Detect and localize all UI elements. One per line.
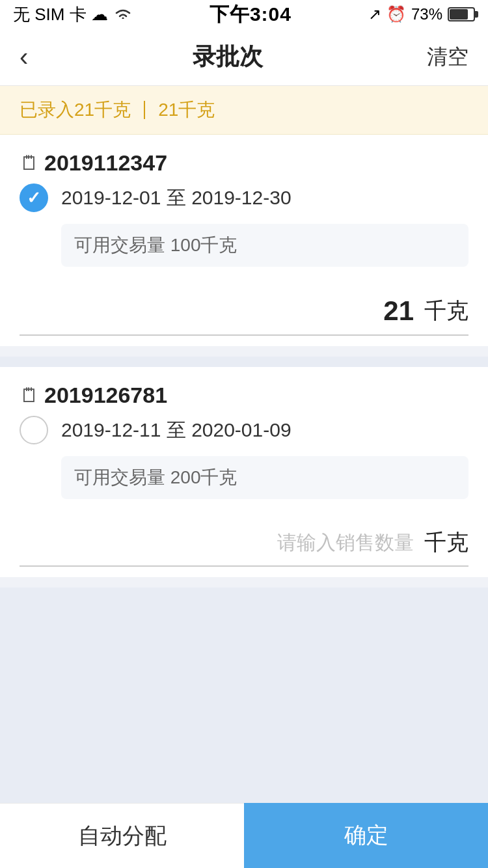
info-banner: 已录入21千克 21千克 bbox=[0, 86, 488, 135]
auto-distribute-button[interactable]: 自动分配 bbox=[0, 803, 244, 868]
status-time: 下午3:04 bbox=[210, 1, 291, 28]
battery-icon bbox=[448, 7, 475, 21]
batch1-date-row[interactable]: 2019-12-01 至 2019-12-30 bbox=[20, 183, 468, 212]
bottom-bar: 自动分配 确定 bbox=[0, 803, 488, 868]
wifi-icon bbox=[113, 7, 133, 21]
batch2-radio[interactable] bbox=[20, 416, 48, 444]
batch2-icon: 🗒 bbox=[20, 385, 39, 407]
status-right: ↗ ⏰ 73% bbox=[368, 5, 475, 23]
batch1-card-inner: 🗒 2019112347 2019-12-01 至 2019-12-30 可用交… bbox=[0, 135, 488, 282]
batch2-bottom-pad bbox=[0, 567, 488, 577]
batch1-quantity[interactable]: 21 bbox=[383, 295, 414, 327]
batch1-id-row: 🗒 2019112347 bbox=[20, 150, 468, 176]
status-bar: 无 SIM 卡 ☁ 下午3:04 ↗ ⏰ 73% bbox=[0, 0, 488, 29]
banner-divider bbox=[144, 101, 145, 119]
clear-button[interactable]: 清空 bbox=[427, 43, 468, 72]
batch2-id: 2019126781 bbox=[44, 383, 167, 408]
page-title: 录批次 bbox=[193, 41, 263, 73]
batch1-card: 🗒 2019112347 2019-12-01 至 2019-12-30 可用交… bbox=[0, 135, 488, 346]
location-icon: ↗ bbox=[368, 5, 381, 23]
batch1-available: 可用交易量 100千克 bbox=[61, 224, 468, 267]
sim-label: 无 SIM 卡 ☁ bbox=[13, 3, 108, 26]
batch2-available: 可用交易量 200千克 bbox=[61, 456, 468, 499]
batch2-date: 2019-12-11 至 2020-01-09 bbox=[61, 417, 291, 444]
batch2-card: 🗒 2019126781 2019-12-11 至 2020-01-09 可用交… bbox=[0, 367, 488, 577]
batch1-radio[interactable] bbox=[20, 183, 48, 212]
recorded-amount: 已录入21千克 bbox=[20, 98, 131, 122]
batch2-card-inner: 🗒 2019126781 2019-12-11 至 2020-01-09 可用交… bbox=[0, 367, 488, 515]
batch2-unit: 千克 bbox=[424, 528, 468, 558]
batch1-id: 2019112347 bbox=[44, 150, 167, 176]
battery-percent: 73% bbox=[411, 5, 442, 23]
batch2-input-placeholder: 请输入销售数量 bbox=[277, 530, 414, 556]
back-button[interactable]: ‹ bbox=[20, 42, 28, 72]
alarm-icon: ⏰ bbox=[386, 5, 406, 23]
batch2-input-row: 请输入销售数量 千克 bbox=[0, 515, 488, 565]
main-content: 已录入21千克 21千克 🗒 2019112347 2019-12-01 至 2… bbox=[0, 86, 488, 868]
confirm-button[interactable]: 确定 bbox=[244, 803, 488, 868]
batch1-unit: 千克 bbox=[424, 296, 468, 326]
amount-value: 21千克 bbox=[158, 98, 215, 122]
nav-bar: ‹ 录批次 清空 bbox=[0, 29, 488, 86]
batch2-id-row: 🗒 2019126781 bbox=[20, 383, 468, 408]
status-left: 无 SIM 卡 ☁ bbox=[13, 3, 133, 26]
batch1-icon: 🗒 bbox=[20, 152, 39, 174]
batch1-bottom-pad bbox=[0, 336, 488, 346]
batch1-date: 2019-12-01 至 2019-12-30 bbox=[61, 185, 291, 211]
section-separator bbox=[0, 357, 488, 367]
batch1-qty-row: 21 千克 bbox=[0, 282, 488, 334]
batch2-date-row[interactable]: 2019-12-11 至 2020-01-09 bbox=[20, 416, 468, 444]
